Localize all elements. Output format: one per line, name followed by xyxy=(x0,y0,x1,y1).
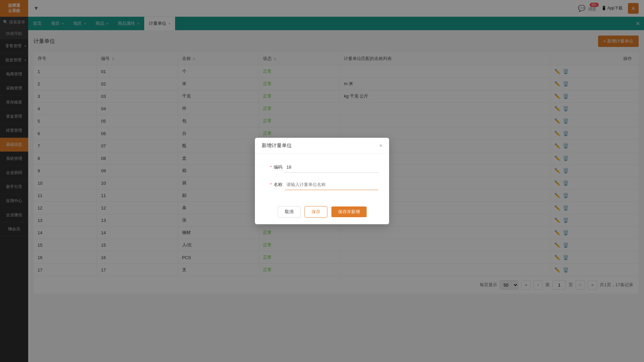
code-input[interactable] xyxy=(285,162,378,173)
form-row-code: * 编码 xyxy=(266,162,378,173)
add-unit-dialog: 新增计量单位 × * 编码 * 名称 取消 保存 保存并新增 xyxy=(255,138,389,224)
dialog-header: 新增计量单位 × xyxy=(255,138,389,154)
dialog-body: * 编码 * 名称 xyxy=(255,154,389,202)
required-mark-code: * xyxy=(270,165,272,170)
form-name-label: * 名称 xyxy=(266,182,282,188)
save-button[interactable]: 保存 xyxy=(305,206,327,218)
form-code-label: * 编码 xyxy=(266,164,282,170)
dialog-title: 新增计量单位 xyxy=(262,142,292,149)
form-row-name: * 名称 xyxy=(266,179,378,190)
dialog-close-btn[interactable]: × xyxy=(379,143,382,149)
save-add-button[interactable]: 保存并新增 xyxy=(331,206,367,217)
required-mark-name: * xyxy=(270,182,272,187)
cancel-button[interactable]: 取消 xyxy=(278,206,301,218)
dialog-footer: 取消 保存 保存并新增 xyxy=(255,202,389,224)
modal-overlay[interactable]: 新增计量单位 × * 编码 * 名称 取消 保存 保存并新增 xyxy=(0,0,644,362)
name-input[interactable] xyxy=(285,179,378,190)
